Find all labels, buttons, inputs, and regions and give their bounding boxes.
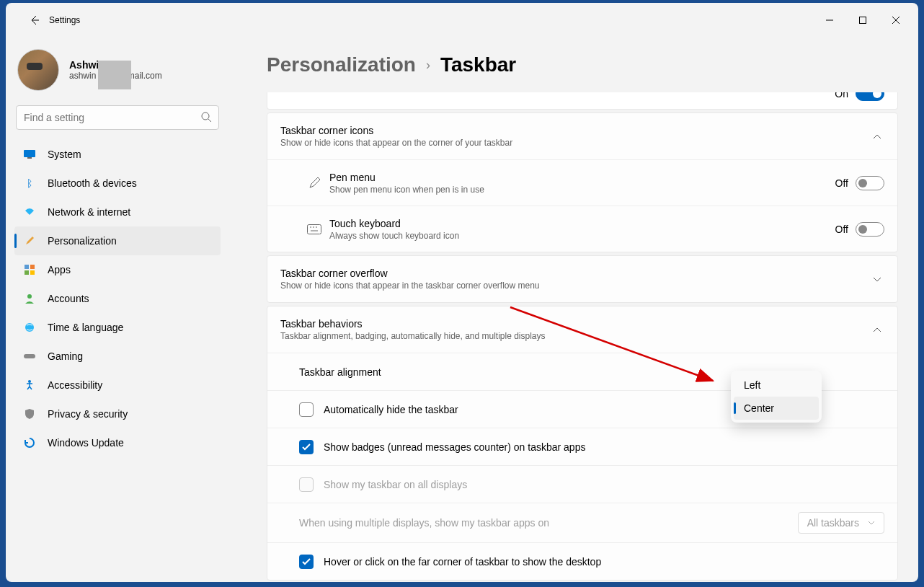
autohide-checkbox[interactable] — [299, 402, 314, 417]
update-icon — [23, 438, 36, 448]
svg-rect-7 — [27, 157, 32, 159]
setting-desc: Always show touch keyboard icon — [329, 231, 835, 241]
sidebar-item-privacy[interactable]: Privacy & security — [14, 400, 221, 428]
setting-row-multidisplay: When using multiple displays, show my ta… — [267, 503, 897, 542]
chevron-down-icon[interactable] — [870, 273, 884, 286]
far-corner-checkbox[interactable] — [299, 555, 314, 569]
setting-row-far-corner: Hover or click on the far corner of task… — [267, 542, 897, 580]
svg-rect-1 — [860, 17, 866, 24]
setting-label: Hover or click on the far corner of task… — [324, 556, 601, 568]
minimize-icon — [826, 17, 833, 24]
sidebar-item-label: Apps — [48, 264, 71, 275]
globe-icon — [23, 322, 36, 332]
sidebar-item-label: Bluetooth & devices — [48, 177, 137, 189]
chevron-down-icon — [868, 521, 875, 525]
sidebar-item-personalization[interactable]: Personalization — [14, 226, 221, 255]
toggle-label: On — [835, 92, 848, 100]
dropdown-option-left[interactable]: Left — [734, 374, 819, 397]
sidebar-item-label: Windows Update — [48, 437, 124, 449]
svg-rect-6 — [24, 150, 35, 157]
maximize-icon — [859, 17, 866, 24]
dropdown-option-center[interactable]: Center — [734, 397, 819, 420]
section-header-behaviors[interactable]: Taskbar behaviors Taskbar alignment, bad… — [267, 306, 897, 353]
sidebar-item-label: Accounts — [48, 293, 89, 304]
widgets-toggle[interactable] — [856, 92, 884, 101]
dropdown-value: All taskbars — [807, 517, 859, 529]
chevron-up-icon[interactable] — [870, 130, 884, 143]
sidebar-item-label: Gaming — [48, 350, 83, 362]
breadcrumb-parent[interactable]: Personalization — [267, 53, 416, 76]
setting-desc: Show pen menu icon when pen is in use — [329, 185, 835, 195]
bluetooth-icon: ᛒ — [23, 177, 36, 189]
sidebar-item-label: Accessibility — [48, 379, 102, 391]
chevron-up-icon[interactable] — [870, 323, 884, 336]
sidebar-item-apps[interactable]: Apps — [14, 255, 221, 284]
sidebar-item-network[interactable]: Network & internet — [14, 198, 221, 226]
sidebar-item-label: Privacy & security — [48, 408, 128, 420]
maximize-button[interactable] — [846, 9, 879, 31]
sidebar-item-gaming[interactable]: Gaming — [14, 342, 221, 371]
svg-point-12 — [27, 294, 32, 299]
sidebar-item-label: Personalization — [48, 235, 117, 247]
display-icon — [23, 150, 36, 159]
chevron-right-icon: › — [426, 58, 430, 73]
section-title: Taskbar behaviors — [280, 318, 870, 330]
setting-row-all-displays: Show my taskbar on all displays — [267, 465, 897, 503]
close-icon — [892, 17, 899, 24]
svg-rect-10 — [25, 270, 29, 275]
svg-rect-8 — [25, 265, 29, 269]
section-title: Taskbar corner overflow — [280, 268, 870, 279]
pen-menu-toggle[interactable] — [856, 176, 884, 190]
user-profile[interactable]: Ashwi ashwin otmail.com — [14, 37, 221, 105]
setting-title: Pen menu — [329, 172, 835, 183]
sidebar-item-time[interactable]: Time & language — [14, 313, 221, 342]
sidebar-item-label: Network & internet — [48, 206, 130, 218]
badges-checkbox[interactable] — [299, 440, 314, 454]
setting-row-pen-menu: Pen menu Show pen menu icon when pen is … — [267, 159, 897, 206]
toggle-label: Off — [835, 224, 848, 235]
close-button[interactable] — [879, 9, 912, 31]
setting-label: Show badges (unread messages counter) on… — [324, 441, 585, 453]
sidebar-item-accounts[interactable]: Accounts — [14, 284, 221, 313]
search-input[interactable] — [16, 105, 219, 130]
sidebar-item-label: System — [48, 149, 81, 160]
svg-point-4 — [202, 112, 209, 120]
avatar — [17, 49, 59, 91]
gamepad-icon — [23, 353, 36, 360]
svg-rect-14 — [24, 354, 35, 358]
section-header-corner-icons[interactable]: Taskbar corner icons Show or hide icons … — [267, 113, 897, 159]
check-icon — [302, 558, 311, 565]
shield-icon — [23, 409, 36, 419]
sidebar-item-system[interactable]: System — [14, 140, 221, 169]
svg-point-15 — [28, 380, 31, 383]
pen-icon — [299, 177, 329, 190]
svg-rect-16 — [308, 224, 321, 234]
keyboard-icon — [299, 224, 329, 234]
sidebar-item-bluetooth[interactable]: ᛒBluetooth & devices — [14, 169, 221, 198]
section-desc: Taskbar alignment, badging, automaticall… — [280, 331, 870, 341]
section-title: Taskbar corner icons — [280, 125, 870, 136]
search-icon — [200, 111, 212, 125]
minimize-button[interactable] — [813, 9, 846, 31]
setting-row-badges: Show badges (unread messages counter) on… — [267, 428, 897, 465]
brush-icon — [23, 235, 36, 247]
alignment-dropdown-menu: Left Center — [731, 371, 822, 423]
check-icon — [302, 443, 311, 451]
svg-rect-11 — [30, 270, 35, 275]
touch-keyboard-toggle[interactable] — [856, 222, 884, 237]
page-title: Taskbar — [440, 53, 516, 76]
window-title: Settings — [49, 15, 80, 25]
setting-label: Show my taskbar on all displays — [324, 479, 467, 490]
section-header-corner-overflow[interactable]: Taskbar corner overflow Show or hide ico… — [267, 256, 897, 302]
sidebar-item-update[interactable]: Windows Update — [14, 428, 221, 457]
svg-rect-9 — [30, 265, 35, 269]
setting-title: Touch keyboard — [329, 218, 835, 229]
sidebar-item-accessibility[interactable]: Accessibility — [14, 371, 221, 400]
back-button[interactable] — [22, 7, 48, 33]
setting-label: Taskbar alignment — [299, 366, 381, 378]
all-displays-checkbox — [299, 477, 314, 492]
setting-row-widgets[interactable]: On — [267, 92, 898, 110]
svg-line-5 — [208, 119, 211, 122]
breadcrumb: Personalization › Taskbar — [267, 53, 898, 76]
multidisplay-dropdown: All taskbars — [798, 512, 884, 534]
